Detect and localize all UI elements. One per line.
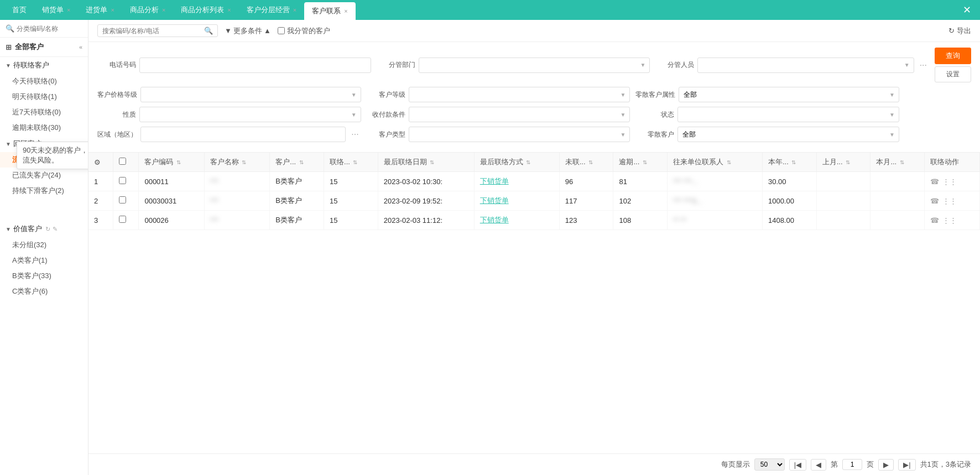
retail-attr-select-wrap: 全部 ▼ — [679, 87, 899, 102]
tab-customer-tier-close[interactable]: × — [293, 7, 296, 13]
sidebar-item-ungrouped[interactable]: 未分组(32) — [0, 237, 88, 253]
row-last-method-0[interactable]: 下销货单 — [474, 172, 559, 191]
row-checkbox-1[interactable] — [113, 191, 138, 211]
page-number-input[interactable] — [842, 459, 862, 470]
manager-select[interactable] — [697, 58, 914, 73]
action-more-icon-1[interactable]: ⋮⋮ — [942, 197, 957, 205]
filter-price-level: 客户价格等级 ▼ — [97, 87, 361, 102]
tab-customer-tier-label: 客户分层经营 — [247, 5, 290, 15]
prev-page-button[interactable]: ◀ — [811, 459, 826, 471]
col-last-date[interactable]: 最后联络日期 ⇅ — [378, 153, 474, 172]
first-page-button[interactable]: |◀ — [789, 459, 806, 471]
row-last-method-2[interactable]: 下销货单 — [474, 211, 559, 230]
export-button[interactable]: ↻ 导出 — [948, 26, 971, 36]
region-more-button[interactable]: ··· — [349, 129, 361, 139]
nature-select[interactable] — [139, 107, 361, 122]
action-contact-icon-0[interactable]: ☎ — [930, 178, 939, 186]
sidebar-item-today-pending[interactable]: 今天待联络(0) — [0, 74, 88, 89]
collapse-icon: « — [79, 44, 82, 50]
col-name[interactable]: 客户名称 ⇅ — [204, 153, 269, 172]
row-last-month-0 — [816, 172, 870, 191]
my-customers-checkbox[interactable] — [278, 27, 285, 34]
page-size-select[interactable]: 50 100 200 — [754, 458, 785, 471]
customer-type-select[interactable] — [409, 127, 630, 142]
col-type[interactable]: 客户... ⇅ — [270, 153, 324, 172]
sidebar-group-value-header[interactable]: ▼ 价值客户 ↻ ✎ — [0, 221, 88, 237]
col-last-month[interactable]: 上月... ⇅ — [816, 153, 870, 172]
filter-customer-type: 客户类型 ▼ — [367, 127, 630, 142]
retail-attr-select[interactable]: 全部 — [679, 87, 899, 102]
edit-icon[interactable]: ✎ — [53, 226, 58, 233]
query-button[interactable]: 查询 — [935, 48, 971, 64]
sidebar-item-class-b[interactable]: B类客户(33) — [0, 268, 88, 284]
search-button[interactable]: 🔍 — [204, 27, 213, 35]
col-last-method[interactable]: 最后联络方式 ⇅ — [474, 153, 559, 172]
col-contact-count[interactable]: 联络... ⇅ — [324, 153, 378, 172]
tab-home[interactable]: 首页 — [4, 0, 34, 20]
col-code[interactable]: 客户编码 ⇅ — [139, 153, 204, 172]
export-label: 导出 — [957, 26, 971, 36]
nature-select-wrap: ▼ — [139, 107, 361, 122]
next-page-button[interactable]: ▶ — [878, 459, 894, 471]
dept-select[interactable] — [419, 58, 650, 73]
col-this-year[interactable]: 本年... ⇅ — [762, 153, 816, 172]
row-action-2[interactable]: ☎ ⋮⋮ — [925, 211, 980, 230]
row-checkbox-2[interactable] — [113, 211, 138, 230]
tab-customer-contact[interactable]: 客户联系 × — [304, 2, 355, 20]
row-last-method-1[interactable]: 下销货单 — [474, 191, 559, 211]
region-input[interactable] — [140, 127, 346, 142]
sidebar-search-input[interactable] — [17, 25, 88, 33]
more-conditions-button[interactable]: ▼ 更多条件 ▲ — [225, 26, 271, 36]
table-row: 1 000011 *** B类客户 15 2023-03-02 10:30: 下… — [88, 172, 980, 191]
payment-select[interactable] — [409, 107, 630, 122]
search-input[interactable] — [102, 27, 202, 35]
settings-button[interactable]: 设置 — [935, 66, 971, 82]
row-checkbox-0[interactable] — [113, 172, 138, 191]
my-customers-checkbox-wrap[interactable]: 我分管的客户 — [278, 26, 330, 36]
retail-select[interactable]: 全部 — [677, 127, 899, 142]
tab-customer-contact-close[interactable]: × — [344, 8, 347, 14]
action-contact-icon-2[interactable]: ☎ — [930, 216, 939, 225]
refresh-icon[interactable]: ↻ — [45, 226, 50, 233]
last-page-button[interactable]: ▶| — [898, 459, 915, 471]
tab-purchase-close[interactable]: × — [111, 7, 114, 13]
sidebar-item-overdue-pending[interactable]: 逾期未联络(30) — [0, 120, 88, 135]
manager-more-button[interactable]: ··· — [918, 60, 929, 70]
col-contact-person[interactable]: 往来单位联系人 ⇅ — [668, 153, 763, 172]
status-select[interactable] — [677, 107, 899, 122]
action-more-icon-0[interactable]: ⋮⋮ — [942, 178, 957, 186]
tab-sales[interactable]: 销货单 × — [34, 0, 78, 20]
sidebar-all-customers[interactable]: ⊞ 全部客户 « — [0, 38, 88, 57]
row-action-0[interactable]: ☎ ⋮⋮ — [925, 172, 980, 191]
row-action-1[interactable]: ☎ ⋮⋮ — [925, 191, 980, 211]
tab-analysis-close[interactable]: × — [162, 7, 165, 13]
col-overdue[interactable]: 逾期... ⇅ — [613, 153, 668, 172]
sidebar-item-7days-pending[interactable]: 近7天待联络(0) — [0, 105, 88, 120]
tab-analysis-list[interactable]: 商品分析列表 × — [173, 0, 238, 20]
col-settings[interactable]: ⚙ — [88, 153, 113, 172]
customer-level-select[interactable] — [409, 87, 630, 102]
action-contact-icon-1[interactable]: ☎ — [930, 197, 939, 205]
tab-analysis-list-close[interactable]: × — [227, 7, 231, 13]
sidebar-group-pending-header[interactable]: ▼ 待联络客户 — [0, 57, 88, 74]
sidebar-item-churned[interactable]: 已流失客户(24) — [0, 168, 88, 183]
table-row: 2 00030031 *** B类客户 15 2023-02-09 19:52:… — [88, 191, 980, 211]
tab-sales-close[interactable]: × — [67, 7, 70, 13]
row-contact-person-1: *** ***3... — [668, 191, 763, 211]
select-all-checkbox[interactable] — [119, 158, 126, 165]
tab-customer-tier[interactable]: 客户分层经营 × — [239, 0, 304, 20]
sidebar-item-class-c[interactable]: C类客户(6) — [0, 284, 88, 299]
sidebar-item-tomorrow-pending[interactable]: 明天待联络(1) — [0, 89, 88, 105]
col-no-contact[interactable]: 未联... ⇅ — [559, 153, 613, 172]
tab-purchase[interactable]: 进货单 × — [78, 0, 122, 20]
sort-code-icon: ⇅ — [176, 159, 181, 165]
col-this-month[interactable]: 本月... ⇅ — [870, 153, 925, 172]
sidebar-item-declining[interactable]: 持续下滑客户(2) — [0, 183, 88, 199]
price-level-select[interactable] — [140, 87, 361, 102]
page-size-label: 每页显示 — [721, 460, 750, 469]
action-more-icon-2[interactable]: ⋮⋮ — [942, 216, 957, 225]
tab-analysis[interactable]: 商品分析 × — [122, 0, 173, 20]
phone-input[interactable] — [139, 58, 371, 73]
sidebar-item-class-a[interactable]: A类客户(1) — [0, 253, 88, 268]
window-close-button[interactable]: ✕ — [958, 4, 976, 16]
